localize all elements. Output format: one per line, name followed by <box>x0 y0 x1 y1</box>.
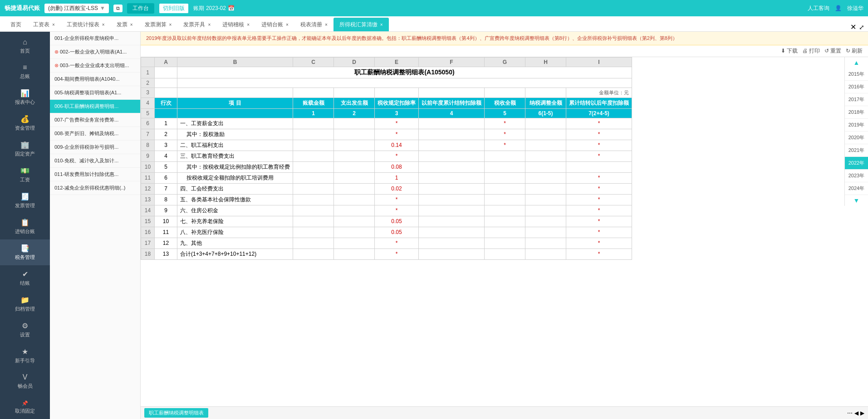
tab-close-inout-check[interactable]: × <box>247 22 250 27</box>
left-item-005[interactable]: 005-纳税调整项目明细表(A1... <box>50 86 140 100</box>
download-button[interactable]: ⬇ 下载 <box>781 47 798 55</box>
bottom-scroll: ⋯ ◀ ▶ <box>847 410 864 416</box>
content-area: 001-企业所得税年度纳税申... ⊗002-一般企业收入明细表(A1... ⊗… <box>50 32 868 419</box>
sidebar-label-general-ledger: 总账 <box>20 73 30 80</box>
tab-close-tax-clear[interactable]: × <box>325 22 328 27</box>
tab-invoice-calc[interactable]: 发票测算 × <box>139 18 178 31</box>
tab-close-income-tax[interactable]: × <box>380 22 383 27</box>
tab-close-inout-ledger[interactable]: × <box>286 22 289 27</box>
sidebar-label-home: 首页 <box>20 48 30 54</box>
tab-home[interactable]: 首页 <box>5 18 27 31</box>
sidebar-item-asset-mgmt[interactable]: 💰 资金管理 <box>0 110 50 136</box>
tab-inout-check[interactable]: 进销稽核 × <box>216 18 255 31</box>
print-icon: 🖨 <box>802 48 808 54</box>
sheet-tab[interactable]: 职工薪酬纳税调整明细表 <box>144 408 208 418</box>
year-2022[interactable]: 2022年 <box>845 157 868 170</box>
left-item-006[interactable]: 006-职工薪酬纳税调整明细... <box>50 100 140 113</box>
calendar-icon[interactable]: 📅 <box>228 5 235 11</box>
left-item-003[interactable]: ⊗003-一般企业业成本支出明细... <box>50 59 140 73</box>
switch-version-button[interactable]: 切到旧版 <box>159 3 189 14</box>
tab-close-payroll[interactable]: × <box>52 22 55 27</box>
sidebar-item-wizard[interactable]: ★ 新手引导 <box>0 343 50 369</box>
table-row: 17 12 九、其他 * * <box>141 238 632 248</box>
year-2020[interactable]: 2020年 <box>845 132 868 144</box>
tax-icon: 📑 <box>20 244 29 253</box>
refresh-button[interactable]: ↻ 刷新 <box>846 47 863 55</box>
col-header-D: D <box>334 57 375 67</box>
tab-tax-clear[interactable]: 税表清册 × <box>294 18 333 31</box>
tab-maximize-icon[interactable]: ⤢ <box>859 24 864 31</box>
year-nav-down[interactable]: ▼ <box>852 195 862 206</box>
left-item-008[interactable]: 008-资产折旧、摊销及纳税... <box>50 127 140 141</box>
sidebar-item-general-ledger[interactable]: ≡ 总账 <box>0 59 50 84</box>
sidebar-label-vip: 畅会员 <box>18 383 33 390</box>
left-item-001[interactable]: 001-企业所得税年度纳税申... <box>50 32 140 45</box>
sidebar-item-settings[interactable]: ⚙ 设置 <box>0 317 50 343</box>
sidebar-item-payroll[interactable]: 💵 工资 <box>0 162 50 188</box>
left-item-002[interactable]: ⊗002-一般企业收入明细表(A1... <box>50 45 140 59</box>
left-item-009[interactable]: 009-企业所得税弥补亏损明... <box>50 141 140 154</box>
unpin-button[interactable]: 📌 取消固定 <box>0 396 50 419</box>
col-c-header: 账载金额 <box>293 97 334 108</box>
table-row: 11 6 按税收规定全额扣除的职工培训费用 1 * <box>141 172 632 183</box>
sidebar-item-tax-mgmt[interactable]: 📑 税务管理 <box>0 239 50 265</box>
scroll-right-icon[interactable]: ▶ <box>860 410 864 416</box>
tab-income-tax[interactable]: 所得税汇算清缴 × <box>333 18 389 31</box>
sidebar-item-archive[interactable]: 📁 归档管理 <box>0 291 50 317</box>
year-2017[interactable]: 2017年 <box>845 93 868 106</box>
tab-close-invoice[interactable]: × <box>130 22 133 27</box>
sidebar-label-payroll: 工资 <box>20 176 30 183</box>
user-name[interactable]: 徐溢华 <box>847 5 863 12</box>
sidebar-item-inout-ledger[interactable]: 📋 进销台账 <box>0 214 50 239</box>
company-dropdown-icon[interactable]: ▼ <box>100 5 105 11</box>
period-value: 2023-02 <box>206 5 226 11</box>
left-item-011[interactable]: 011-研发费用加计扣除优惠... <box>50 168 140 181</box>
tabbar: 首页 工资表 × 工资统计报表 × 发票 × 发票测算 × 发票开具 × 进销稽… <box>0 16 868 32</box>
tab-close-invoice-open[interactable]: × <box>208 22 211 27</box>
workspace-button[interactable]: 工作台 <box>127 3 154 14</box>
inout-icon: 📋 <box>20 218 29 227</box>
tab-close-invoice-calc[interactable]: × <box>169 22 172 27</box>
tab-inout-ledger[interactable]: 进销台账 × <box>255 18 294 31</box>
user-avatar: 👤 <box>835 5 842 11</box>
year-2023[interactable]: 2023年 <box>845 170 868 182</box>
col-e-num: 3 <box>375 108 419 118</box>
company-selector[interactable]: (勿删) 江西般宝-LSS ▼ <box>44 4 109 13</box>
year-2015[interactable]: 2015年 <box>845 68 868 81</box>
year-nav: ▲ 2015年 2016年 2017年 2018年 2019年 2020年 20… <box>844 57 868 206</box>
tab-close-payroll-stat[interactable]: × <box>102 22 105 27</box>
print-button[interactable]: 🖨 打印 <box>802 47 820 55</box>
reset-button[interactable]: ↺ 重置 <box>824 47 841 55</box>
table-row: 18 13 合计(1+3+4+7+8+9+10+11+12) * <box>141 248 632 259</box>
year-2018[interactable]: 2018年 <box>845 106 868 119</box>
sidebar-item-fixed-assets[interactable]: 🏢 固定资产 <box>0 136 50 162</box>
left-item-010[interactable]: 010-免税、减计收入及加计... <box>50 154 140 168</box>
help-button[interactable]: 人工客询 <box>808 5 829 12</box>
copy-icon[interactable]: ⧉ <box>113 5 123 12</box>
year-2024[interactable]: 2024年 <box>845 182 868 195</box>
year-2021[interactable]: 2021年 <box>845 144 868 157</box>
left-item-012[interactable]: 012-减免企业所得税优惠明细(..) <box>50 181 140 195</box>
table-row: 12 7 四、工会经费支出 0.02 * <box>141 183 632 194</box>
left-item-004[interactable]: 004-期间费用明细表(A1040... <box>50 73 140 86</box>
sidebar-item-invoice-mgmt[interactable]: 🧾 发票管理 <box>0 188 50 214</box>
sidebar-item-closing[interactable]: ✔ 结账 <box>0 265 50 291</box>
sidebar-item-home[interactable]: ⌂ 首页 <box>0 34 50 59</box>
left-item-007[interactable]: 007-广告费和业务宣传费筹... <box>50 113 140 127</box>
tab-payroll-stat[interactable]: 工资统计报表 × <box>61 18 111 31</box>
year-2016[interactable]: 2016年 <box>845 81 868 93</box>
tab-close-all-icon[interactable]: ✕ <box>850 23 856 31</box>
tab-payroll[interactable]: 工资表 × <box>27 18 61 31</box>
sidebar-item-report[interactable]: 📊 报表中心 <box>0 84 50 110</box>
tab-invoice-open[interactable]: 发票开具 × <box>177 18 216 31</box>
sidebar-item-vip[interactable]: V 畅会员 <box>0 369 50 394</box>
col-header-names-row: 4 行次 项 目 账载金额 支出发生额 税收规定扣除率 以前年度累计结转扣除额 … <box>141 97 632 108</box>
left-panel: 001-企业所得税年度纳税申... ⊗002-一般企业收入明细表(A1... ⊗… <box>50 32 141 419</box>
table-row: 7 2 其中：股权激励 * * * <box>141 129 632 140</box>
tab-invoice[interactable]: 发票 × <box>111 18 139 31</box>
col-d-header: 支出发生额 <box>334 97 375 108</box>
year-2019[interactable]: 2019年 <box>845 119 868 132</box>
scroll-left-icon[interactable]: ◀ <box>854 410 858 416</box>
archive-icon: 📁 <box>20 296 29 304</box>
year-nav-up[interactable]: ▲ <box>852 57 862 68</box>
